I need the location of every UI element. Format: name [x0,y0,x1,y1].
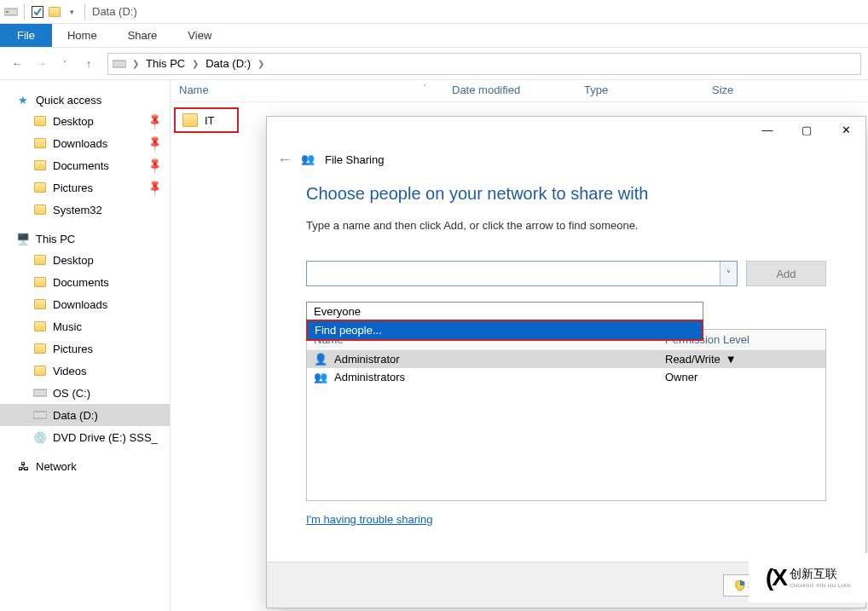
breadcrumb-segment[interactable]: This PC [144,57,187,70]
drive-icon [32,410,48,420]
column-type[interactable]: Type [576,80,703,101]
tab-home[interactable]: Home [52,24,113,47]
nav-header-quick-access[interactable]: ★ Quick access [0,90,170,110]
pin-icon: 📌 [145,178,164,197]
nav-item-pictures[interactable]: Pictures📌 [0,176,170,199]
dropdown-item-everyone[interactable]: Everyone [307,303,703,320]
dialog-body: Choose people on your network to share w… [267,169,865,562]
file-row-it[interactable]: IT [174,107,239,133]
folder-icon [32,138,48,148]
watermark: (X 创新互联CHUANG XIN HU LIAN [749,553,868,602]
nav-item-desktop[interactable]: Desktop [0,249,170,271]
nav-item-documents[interactable]: Documents [0,271,170,293]
share-list: Name Permission Level 👤 Administrator Re… [306,329,826,501]
back-icon[interactable]: ← [277,151,292,169]
shield-icon [734,579,746,591]
folder-icon [32,366,48,376]
trouble-sharing-link[interactable]: I'm having trouble sharing [306,513,432,526]
share-row-administrators[interactable]: 👥 Administrators Owner [307,368,825,386]
navigation-bar: ← → ˅ ↑ ❯ This PC ❯ Data (D:) ❯ [0,48,868,80]
svg-rect-3 [113,61,126,67]
group-icon: 👥 [314,371,329,383]
back-button[interactable]: ← [7,54,27,74]
nav-group-this-pc: 🖥️ This PC Desktop Documents Downloads M… [0,229,170,448]
tab-file[interactable]: File [0,24,52,47]
folder-icon [32,160,48,170]
dialog-header: ← 👥 File Sharing [267,142,865,169]
nav-item-data-d[interactable]: Data (D:) [0,404,170,426]
maximize-button[interactable]: ▢ [787,117,826,142]
file-sharing-dialog: — ▢ ✕ ← 👥 File Sharing Choose people on … [266,116,866,608]
drive-icon [3,4,19,20]
dropdown-item-find-people[interactable]: Find people... [306,320,703,341]
nav-item-dvd-e[interactable]: 💿DVD Drive (E:) SSS_ [0,426,170,448]
nav-item-downloads[interactable]: Downloads [0,293,170,315]
nav-item-pictures[interactable]: Pictures [0,337,170,360]
svg-rect-5 [33,412,47,418]
chevron-right-icon[interactable]: ❯ [252,59,269,68]
recent-dropdown[interactable]: ˅ [55,54,75,74]
dialog-title: File Sharing [325,153,384,166]
nav-item-music[interactable]: Music [0,315,170,337]
window-title: Data (D:) [92,5,137,18]
breadcrumb-segment[interactable]: Data (D:) [204,57,252,70]
tab-view[interactable]: View [172,24,227,47]
column-date-modified[interactable]: Date modified [443,80,576,101]
drive-icon [32,388,48,398]
nav-header-network[interactable]: 🖧 Network [0,457,170,476]
pin-icon: 📌 [145,112,164,130]
ribbon-tabs: File Home Share View [0,24,868,48]
permission-dropdown[interactable]: Read/Write▼ [665,353,819,366]
chevron-down-icon: ˅ [726,269,731,279]
nav-item-downloads[interactable]: Downloads📌 [0,132,170,154]
nav-item-os-c[interactable]: OS (C:) [0,382,170,404]
folder-icon [32,277,48,287]
drive-icon [112,56,127,72]
checkbox-icon[interactable] [30,4,45,20]
folder-icon [182,113,198,127]
sort-indicator-icon: ˄ [423,84,427,92]
people-icon: 👥 [301,153,316,168]
add-people-combobox: ˅ [306,261,738,286]
add-people-row: ˅ Add [306,261,826,286]
minimize-button[interactable]: — [748,117,787,142]
chevron-right-icon[interactable]: ❯ [187,59,204,68]
dropdown-button[interactable]: ˅ [720,262,737,285]
column-headers: Name˄ Date modified Type Size [171,80,868,102]
dialog-titlebar: — ▢ ✕ [267,117,865,142]
nav-item-documents[interactable]: Documents📌 [0,154,170,176]
disc-icon: 💿 [32,431,48,444]
quick-access-toolbar: ▾ [3,4,89,20]
breadcrumb[interactable]: ❯ This PC ❯ Data (D:) ❯ [107,53,861,75]
computer-icon: 🖥️ [15,233,31,245]
column-size[interactable]: Size [703,80,868,101]
nav-group-quick-access: ★ Quick access Desktop📌 Downloads📌 Docum… [0,90,170,221]
folder-icon [32,343,48,354]
up-button[interactable]: ↑ [78,54,99,74]
folder-icon [32,205,48,215]
nav-item-system32[interactable]: System32 [0,199,170,221]
add-button[interactable]: Add [746,261,826,286]
pin-icon: 📌 [145,134,164,153]
folder-icon [32,182,48,193]
nav-item-desktop[interactable]: Desktop📌 [0,110,170,132]
add-people-dropdown-list: Everyone Find people... [306,302,703,341]
svg-rect-1 [6,11,9,13]
qat-dropdown-icon[interactable]: ▾ [64,4,79,20]
folder-icon [32,116,48,126]
chevron-right-icon[interactable]: ❯ [127,59,144,68]
close-button[interactable]: ✕ [826,117,865,142]
title-bar: ▾ Data (D:) [0,0,868,24]
column-name[interactable]: Name˄ [171,80,443,101]
forward-button[interactable]: → [31,54,51,74]
add-people-input[interactable] [307,262,720,285]
share-row-administrator[interactable]: 👤 Administrator Read/Write▼ [307,350,825,368]
navigation-pane: ★ Quick access Desktop📌 Downloads📌 Docum… [0,80,171,611]
folder-icon [32,299,48,309]
tab-share[interactable]: Share [113,24,173,47]
dialog-heading: Choose people on your network to share w… [306,184,826,204]
folder-icon [32,255,48,265]
nav-header-this-pc[interactable]: 🖥️ This PC [0,229,170,249]
nav-item-videos[interactable]: Videos [0,360,170,382]
nav-group-network: 🖧 Network [0,457,170,476]
